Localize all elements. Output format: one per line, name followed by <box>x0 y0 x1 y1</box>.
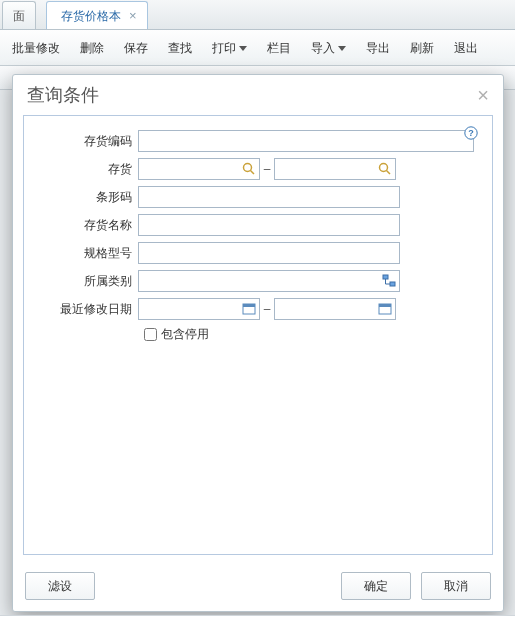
tree-lookup-icon[interactable] <box>381 273 397 289</box>
category-input[interactable] <box>138 270 400 292</box>
export-button[interactable]: 导出 <box>356 31 400 65</box>
lookup-icon[interactable] <box>241 161 257 177</box>
tab-partial[interactable]: 面 <box>2 1 36 29</box>
svg-text:?: ? <box>468 128 474 138</box>
dialog-body: ? 存货编码 存货 – 条形码 <box>23 115 493 555</box>
label-code: 存货编码 <box>42 133 138 150</box>
svg-rect-7 <box>390 282 395 286</box>
exit-button[interactable]: 退出 <box>444 31 488 65</box>
label-barcode: 条形码 <box>42 189 138 206</box>
close-icon[interactable]: × <box>477 84 489 107</box>
svg-point-2 <box>244 164 252 172</box>
import-button[interactable]: 导入 <box>301 31 356 65</box>
tab-active[interactable]: 存货价格本 × <box>46 1 148 29</box>
label-moddate: 最近修改日期 <box>42 301 138 318</box>
refresh-button[interactable]: 刷新 <box>400 31 444 65</box>
tab-bar: 面 存货价格本 × <box>0 0 515 30</box>
help-icon[interactable]: ? <box>464 126 478 140</box>
dialog-title: 查询条件 <box>27 83 99 107</box>
print-button[interactable]: 打印 <box>202 31 257 65</box>
dialog-titlebar: 查询条件 × <box>13 75 503 115</box>
page-bottom-fragment <box>0 615 515 633</box>
columns-button[interactable]: 栏目 <box>257 31 301 65</box>
svg-line-3 <box>251 171 255 175</box>
name-input[interactable] <box>138 214 400 236</box>
range-separator: – <box>260 302 274 316</box>
filter-button[interactable]: 滤设 <box>25 572 95 600</box>
lookup-icon[interactable] <box>377 161 393 177</box>
toolbar: 批量修改 删除 保存 查找 打印 栏目 导入 导出 刷新 退出 <box>0 30 515 66</box>
batch-edit-button[interactable]: 批量修改 <box>2 31 70 65</box>
delete-button[interactable]: 删除 <box>70 31 114 65</box>
spec-input[interactable] <box>138 242 400 264</box>
save-button[interactable]: 保存 <box>114 31 158 65</box>
query-dialog: 查询条件 × ? 存货编码 存货 – <box>12 74 504 612</box>
calendar-icon[interactable] <box>377 301 393 317</box>
svg-rect-6 <box>383 275 388 279</box>
calendar-icon[interactable] <box>241 301 257 317</box>
label-name: 存货名称 <box>42 217 138 234</box>
svg-rect-9 <box>243 304 255 307</box>
svg-point-4 <box>380 164 388 172</box>
tab-close-icon[interactable]: × <box>129 2 137 30</box>
cancel-button[interactable]: 取消 <box>421 572 491 600</box>
label-category: 所属类别 <box>42 273 138 290</box>
barcode-input[interactable] <box>138 186 400 208</box>
include-disabled-checkbox[interactable] <box>144 328 157 341</box>
svg-rect-14 <box>379 304 391 307</box>
range-separator: – <box>260 162 274 176</box>
include-disabled-label: 包含停用 <box>161 326 209 343</box>
svg-line-5 <box>387 171 391 175</box>
caret-down-icon <box>338 46 346 51</box>
ok-button[interactable]: 确定 <box>341 572 411 600</box>
code-input[interactable] <box>138 130 474 152</box>
dialog-footer: 滤设 确定 取消 <box>13 565 503 611</box>
caret-down-icon <box>239 46 247 51</box>
tab-active-label: 存货价格本 <box>61 2 121 30</box>
label-spec: 规格型号 <box>42 245 138 262</box>
find-button[interactable]: 查找 <box>158 31 202 65</box>
label-inventory: 存货 <box>42 161 138 178</box>
